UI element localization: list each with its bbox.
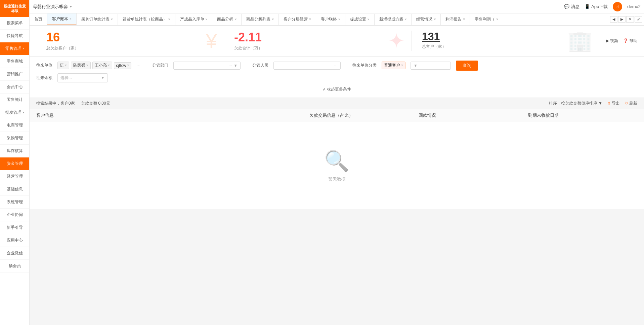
sidebar-item-retail_stats[interactable]: 零售统计 (0, 94, 29, 106)
tab-customer_tier[interactable]: 客户分层经营× (279, 14, 316, 25)
collapse-button[interactable]: ∧ 收起更多条件 (36, 85, 637, 94)
sidebar-item-retail_mall[interactable]: 零售商城 (0, 55, 29, 68)
sidebar-item-ecommerce[interactable]: 电商管理 (0, 119, 29, 132)
tab-expand-button[interactable]: ⤢ (635, 16, 642, 23)
tab-close-customer_tier[interactable]: × (309, 17, 311, 21)
avatar[interactable]: d (613, 2, 622, 11)
sidebar-item-enterprise_wechat[interactable]: 企业微信 (0, 247, 29, 260)
sidebar-item-member_center[interactable]: 会员中心 (0, 81, 29, 94)
tab-home[interactable]: 首页 (30, 14, 47, 25)
sidebar-item-finance[interactable]: 资金管理 (0, 157, 29, 170)
tabbar-arrows: ◀ ▶ ✕ ⤢ (608, 16, 644, 23)
tab-close-profit_report[interactable]: × (463, 17, 465, 21)
stat-bg-icon-0: ¥ (206, 29, 217, 52)
stat-item-2: 131总客户（家）🏢 (412, 31, 599, 51)
tab-close-operations[interactable]: × (434, 17, 436, 21)
sidebar-item-marketing[interactable]: 营销推广 (0, 68, 29, 81)
tab-close-product_inbound[interactable]: × (206, 17, 208, 21)
mobile-icon: 📱 (585, 4, 590, 9)
query-button[interactable]: 查询 (456, 61, 478, 71)
stat-label-0: 总欠款客户（家） (46, 45, 79, 51)
sidebar-item-purchase_mgmt[interactable]: 采购管理 (0, 132, 29, 145)
sidebar-item-inventory[interactable]: 库存核算 (0, 145, 29, 157)
tab-product_inbound[interactable]: 产成品入库单× (175, 14, 213, 25)
stats-banner: 16总欠款客户（家）¥-2.11欠款合计（万）✦131总客户（家）🏢 ▶ 视频 … (30, 26, 644, 57)
export-icon: ⬆ (607, 101, 611, 106)
tab-close-customer_contact[interactable]: × (338, 17, 340, 21)
sidebar-item-operations_mgmt[interactable]: 经营管理 (0, 170, 29, 183)
banner-actions: ▶ 视频 ❓ 帮助 (606, 38, 637, 44)
tab-close-all-button[interactable]: ✕ (626, 16, 634, 23)
help-button[interactable]: ❓ 帮助 (623, 38, 637, 44)
account-selector[interactable]: 母婴行业演示帐套 ▼ (33, 4, 73, 10)
dept-select[interactable]: ··· ▼ (173, 62, 241, 70)
tab-close-purchase_order[interactable]: × (111, 17, 113, 21)
filter-row-1: 往来单位 伍 ×陈民强 ×王小亮 ×cjttcw × ··· 分管部门 ··· … (36, 61, 637, 71)
tab-customer_contact[interactable]: 客户联络× (316, 14, 345, 25)
table: 客户信息欠款交易信息（占比）回款情况到期未收款日期 🔍 暂无数据 (30, 109, 644, 209)
remove-tag-伍[interactable]: × (65, 64, 67, 67)
sidebar-item-app_center[interactable]: 应用中心 (0, 234, 29, 247)
result-info: 搜索结果中，客户0家 欠款金额 0.00元 (36, 101, 110, 106)
tab-purchase_order[interactable]: 采购订单统计表× (77, 14, 118, 25)
tab-close-customer_capital[interactable]: × (70, 17, 72, 21)
balance-placeholder: 选择... (60, 75, 99, 81)
sidebar-item-wholesale_mgmt[interactable]: 批发管理 › (0, 106, 29, 119)
sidebar: 畅捷通好生意 标版 搜索菜单快捷导航零售管理 ›零售商城营销推广会员中心零售统计… (0, 0, 30, 325)
logo-text: 畅捷通好生意 标版 (4, 4, 26, 13)
sidebar-item-basic_info[interactable]: 基础信息 (0, 183, 29, 196)
tab-prev-button[interactable]: ◀ (610, 16, 617, 23)
sidebar-item-retail_mgmt[interactable]: 零售管理 › (0, 42, 29, 55)
tab-close-goods_analysis[interactable]: × (234, 17, 237, 21)
stat-label-1: 欠款合计（万） (234, 45, 262, 51)
tab-operations[interactable]: 经营情况× (412, 14, 441, 25)
app-download-button[interactable]: 📱 App下载 (585, 4, 608, 10)
refresh-button[interactable]: ↻ 刷新 (625, 101, 637, 106)
tab-goods_analysis_list[interactable]: 商品分析列表× (242, 14, 279, 25)
tab-new_achievement[interactable]: 新增提成方案× (375, 14, 412, 25)
empty-state: 🔍 暂无数据 (30, 122, 644, 209)
person-select[interactable]: ··· (273, 62, 341, 70)
tab-close-new_achievement[interactable]: × (405, 17, 407, 21)
unit-type-select[interactable]: ▼ (411, 62, 451, 70)
export-button[interactable]: ⬆ 导出 (607, 101, 620, 106)
sidebar-item-search[interactable]: 搜索菜单 (0, 17, 29, 30)
account-selector-arrow: ▼ (69, 5, 73, 8)
tab-close-goods_analysis_list[interactable]: × (272, 17, 274, 21)
app-download-label: App下载 (591, 4, 608, 10)
balance-chevron: ▼ (101, 75, 105, 80)
message-label: 消息 (571, 4, 579, 10)
tab-reminder_settings[interactable]: 提成设置× (345, 14, 375, 25)
sidebar-item-enterprise_coop[interactable]: 企业协同 (0, 209, 29, 221)
message-button[interactable]: 💬 消息 (564, 4, 579, 10)
tab-profit_report[interactable]: 利润报告× (441, 14, 470, 25)
sidebar-item-quick_nav[interactable]: 快捷导航 (0, 30, 29, 42)
remove-tag-王小亮[interactable]: × (108, 64, 110, 67)
stat-bg-icon-1: ✦ (388, 29, 405, 52)
sort-button[interactable]: 排序：按欠款金额倒序排序 ▼ (549, 101, 602, 106)
remove-tag-陈民强[interactable]: × (86, 64, 88, 67)
unit-type-label: 往来单位分类 (352, 63, 377, 68)
tab-close-purchase_stat[interactable]: × (168, 17, 170, 21)
tab-next-button[interactable]: ▶ (618, 16, 626, 23)
video-button[interactable]: ▶ 视频 (606, 38, 618, 44)
tab-goods_analysis[interactable]: 商品分析× (212, 14, 242, 25)
tab-purchase_stat[interactable]: 进货单统计表（按商品）× (118, 14, 175, 25)
balance-select[interactable]: 选择... ▼ (57, 73, 108, 82)
remove-unit-type-tag[interactable]: × (401, 64, 403, 67)
tab-close-retail_profit[interactable]: × (496, 17, 498, 21)
unit-tag-王小亮: 王小亮 × (92, 62, 112, 69)
sidebar-item-vip_member[interactable]: 畅会员 (0, 260, 29, 273)
remove-tag-cjttcw[interactable]: × (127, 64, 129, 67)
sidebar-item-system_mgmt[interactable]: 系统管理 (0, 196, 29, 209)
unit-tag-cjttcw: cjttcw × (114, 62, 132, 69)
stat-value-2: 131 (422, 31, 440, 42)
tab-customer_capital[interactable]: 客户账本× (47, 13, 77, 25)
stat-value-1: -2.11 (234, 31, 262, 44)
more-tags-button[interactable]: ··· (136, 63, 140, 68)
sidebar-item-beginner[interactable]: 新手引导 (0, 221, 29, 234)
play-icon: ▶ (606, 38, 609, 43)
tab-close-reminder_settings[interactable]: × (368, 17, 370, 21)
table-header-3: 到期未收款日期 (528, 112, 637, 118)
tab-retail_profit[interactable]: 零售利润（× (470, 14, 503, 25)
